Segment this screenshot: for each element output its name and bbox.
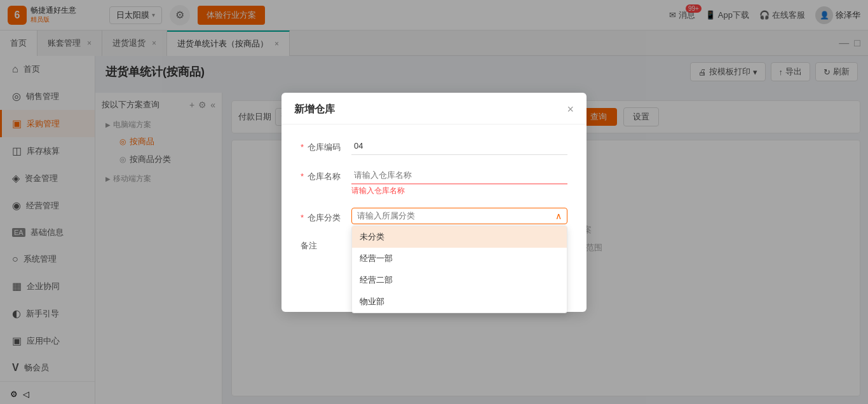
warehouse-code-input[interactable] bbox=[351, 137, 567, 155]
dropdown-item-ops2[interactable]: 经营二部 bbox=[352, 269, 567, 291]
warehouse-code-label: * 仓库编码 bbox=[301, 137, 351, 153]
category-input[interactable] bbox=[357, 211, 555, 220]
name-required-mark: * bbox=[301, 172, 304, 181]
category-input-wrap: ∧ bbox=[351, 208, 567, 224]
warehouse-category-label: * 仓库分类 bbox=[301, 208, 351, 224]
dropdown-item-property[interactable]: 物业部 bbox=[352, 291, 567, 313]
new-warehouse-modal: 新增仓库 × * 仓库编码 * 仓库名称 bbox=[281, 93, 587, 312]
modal-close-button[interactable]: × bbox=[567, 103, 574, 116]
category-required-mark: * bbox=[301, 213, 304, 222]
code-required-mark: * bbox=[301, 142, 304, 152]
modal-header: 新增仓库 × bbox=[281, 93, 587, 125]
modal-overlay: 新增仓库 × * 仓库编码 * 仓库名称 bbox=[0, 0, 868, 404]
warehouse-name-wrapper: 请输入仓库名称 bbox=[351, 166, 567, 196]
modal-body: * 仓库编码 * 仓库名称 请输入仓库名称 bbox=[281, 125, 587, 273]
modal-title: 新增仓库 bbox=[294, 103, 335, 116]
warehouse-category-wrapper: ∧ 未分类 经营一部 经营二部 物业部 bbox=[351, 208, 567, 224]
warehouse-name-input[interactable] bbox=[351, 166, 567, 184]
category-dropdown: 未分类 经营一部 经营二部 物业部 bbox=[351, 226, 567, 313]
warehouse-name-label: * 仓库名称 bbox=[301, 166, 351, 182]
warehouse-note-label: 备注 bbox=[301, 236, 351, 252]
dropdown-item-uncategorized[interactable]: 未分类 bbox=[352, 226, 567, 248]
warehouse-code-row: * 仓库编码 bbox=[301, 137, 567, 155]
category-arrow-icon[interactable]: ∧ bbox=[555, 211, 562, 221]
dropdown-item-ops1[interactable]: 经营一部 bbox=[352, 248, 567, 269]
warehouse-category-row: * 仓库分类 ∧ 未分类 经营一部 经营二部 物业部 bbox=[301, 208, 567, 224]
warehouse-code-wrapper bbox=[351, 137, 567, 155]
warehouse-name-error: 请输入仓库名称 bbox=[351, 185, 567, 196]
warehouse-name-row: * 仓库名称 请输入仓库名称 bbox=[301, 166, 567, 196]
